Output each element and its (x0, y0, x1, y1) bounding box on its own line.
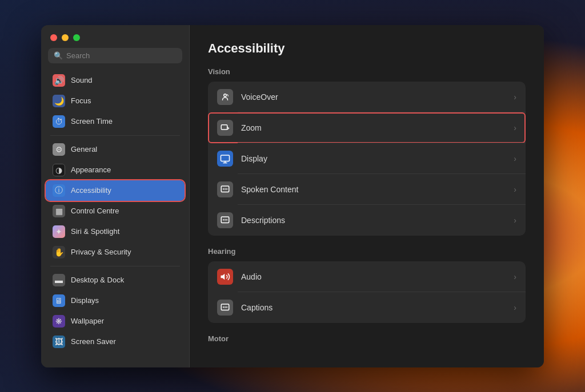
sidebar-section-group2: ⚙ General ◑ Appearance ⓘ Accessibility ▦… (41, 139, 189, 262)
settings-row-display[interactable]: Display › (208, 143, 526, 174)
sidebar-section-group3: ▬ Desktop & Dock 🖥 Displays ❋ Wallpaper … (41, 270, 189, 352)
wallpaper-icon: ❋ (53, 315, 65, 328)
window: 🔍 Search 🔊 Sound 🌙 Focus ⏱ Screen Time (41, 25, 544, 367)
sidebar-item-general[interactable]: ⚙ General (46, 139, 185, 160)
display-chevron: › (514, 154, 516, 163)
captions-icon (217, 300, 233, 316)
sidebar-item-label: Wallpaper (71, 317, 104, 325)
sidebar-divider-2 (50, 266, 180, 266)
voiceover-label: VoiceOver (241, 92, 506, 102)
audio-label: Audio (241, 272, 506, 281)
search-icon: 🔍 (54, 51, 63, 60)
captions-label: Captions (241, 303, 506, 312)
sidebar-item-desktop-dock[interactable]: ▬ Desktop & Dock (46, 270, 185, 290)
svg-point-8 (223, 219, 224, 220)
minimize-button[interactable] (62, 34, 69, 41)
sidebar-item-label: Desktop & Dock (71, 276, 124, 284)
main-content: Accessibility Vision VoiceOver › (190, 25, 544, 367)
privacy-icon: ✋ (53, 246, 65, 258)
search-bar[interactable]: 🔍 Search (48, 48, 182, 63)
desktop-dock-icon: ▬ (53, 274, 65, 286)
accessibility-icon: ⓘ (53, 184, 65, 197)
sidebar-divider-1 (50, 135, 180, 136)
close-button[interactable] (50, 34, 57, 41)
sidebar-item-screen-time[interactable]: ⏱ Screen Time (46, 111, 185, 132)
focus-icon: 🌙 (53, 95, 65, 107)
settings-row-spoken-content[interactable]: Spoken Content › (208, 174, 526, 205)
sidebar-item-wallpaper[interactable]: ❋ Wallpaper (46, 311, 185, 332)
svg-point-13 (225, 306, 226, 308)
voiceover-chevron: › (514, 92, 516, 102)
spoken-content-label: Spoken Content (241, 185, 506, 194)
descriptions-chevron: › (514, 216, 516, 225)
sidebar-item-label: Siri & Spotlight (71, 227, 119, 236)
section-label-motor: Motor (208, 334, 526, 343)
control-centre-icon: ▦ (53, 205, 65, 217)
section-label-vision: Vision (208, 67, 526, 76)
settings-row-zoom[interactable]: Zoom › (208, 112, 526, 143)
svg-point-14 (226, 306, 227, 308)
zoom-icon (217, 120, 233, 136)
svg-point-12 (223, 306, 224, 308)
svg-point-6 (226, 188, 227, 189)
appearance-icon: ◑ (53, 164, 65, 176)
sidebar-item-appearance[interactable]: ◑ Appearance (46, 160, 185, 180)
sidebar-item-screen-saver[interactable]: 🖼 Screen Saver (46, 332, 185, 352)
sidebar-section-group1: 🔊 Sound 🌙 Focus ⏱ Screen Time (41, 70, 189, 132)
spoken-content-icon (217, 181, 233, 197)
svg-rect-1 (221, 124, 227, 129)
maximize-button[interactable] (73, 34, 80, 41)
sidebar-item-control-centre[interactable]: ▦ Control Centre (46, 201, 185, 221)
search-placeholder-text: Search (66, 51, 90, 60)
sidebar-item-label: Screen Saver (71, 337, 116, 346)
hearing-settings-group: Audio › Captions › (208, 261, 526, 323)
sidebar-item-label: Control Centre (71, 207, 119, 215)
svg-point-4 (223, 188, 224, 189)
screen-saver-icon: 🖼 (53, 336, 65, 348)
settings-row-descriptions[interactable]: Descriptions › (208, 205, 526, 236)
zoom-chevron: › (514, 123, 516, 132)
sound-icon: 🔊 (53, 74, 65, 87)
sidebar-item-label: Screen Time (71, 117, 113, 126)
sidebar-item-displays[interactable]: 🖥 Displays (46, 290, 185, 311)
sidebar-item-label: Privacy & Security (71, 248, 131, 256)
voiceover-icon (217, 89, 233, 105)
displays-icon: 🖥 (53, 294, 65, 307)
audio-icon (217, 269, 233, 285)
captions-chevron: › (514, 303, 516, 312)
sidebar-item-focus[interactable]: 🌙 Focus (46, 91, 185, 111)
settings-row-audio[interactable]: Audio › (208, 261, 526, 292)
spoken-content-chevron: › (514, 185, 516, 194)
sidebar-item-label: Sound (71, 76, 93, 84)
audio-chevron: › (514, 272, 516, 281)
sidebar-item-label: Focus (71, 96, 91, 105)
sidebar-item-privacy-security[interactable]: ✋ Privacy & Security (46, 242, 185, 262)
svg-point-10 (226, 219, 227, 220)
svg-rect-2 (221, 155, 230, 161)
display-label: Display (241, 154, 506, 163)
sidebar-item-accessibility[interactable]: ⓘ Accessibility (46, 180, 185, 201)
general-icon: ⚙ (53, 143, 65, 156)
page-title: Accessibility (208, 41, 526, 56)
vision-settings-group: VoiceOver › Zoom › (208, 82, 526, 236)
settings-row-captions[interactable]: Captions › (208, 292, 526, 323)
screen-time-icon: ⏱ (53, 115, 65, 128)
sidebar-item-label: Accessibility (71, 186, 111, 195)
display-icon (217, 151, 233, 167)
sidebar-item-siri-spotlight[interactable]: ✦ Siri & Spotlight (46, 221, 185, 242)
sidebar-list: 🔊 Sound 🌙 Focus ⏱ Screen Time ⚙ General (41, 70, 189, 367)
sidebar-item-label: Appearance (71, 165, 111, 174)
sidebar: 🔍 Search 🔊 Sound 🌙 Focus ⏱ Screen Time (41, 25, 190, 367)
settings-row-voiceover[interactable]: VoiceOver › (208, 82, 526, 112)
siri-icon: ✦ (53, 225, 65, 238)
sidebar-item-label: General (71, 145, 97, 153)
window-controls (41, 25, 189, 48)
descriptions-label: Descriptions (241, 216, 506, 225)
sidebar-item-sound[interactable]: 🔊 Sound (46, 70, 185, 91)
svg-point-0 (224, 94, 227, 96)
svg-point-9 (225, 219, 226, 220)
sidebar-item-label: Displays (71, 296, 99, 305)
svg-point-5 (225, 188, 226, 189)
descriptions-icon (217, 212, 233, 228)
section-label-hearing: Hearing (208, 247, 526, 256)
